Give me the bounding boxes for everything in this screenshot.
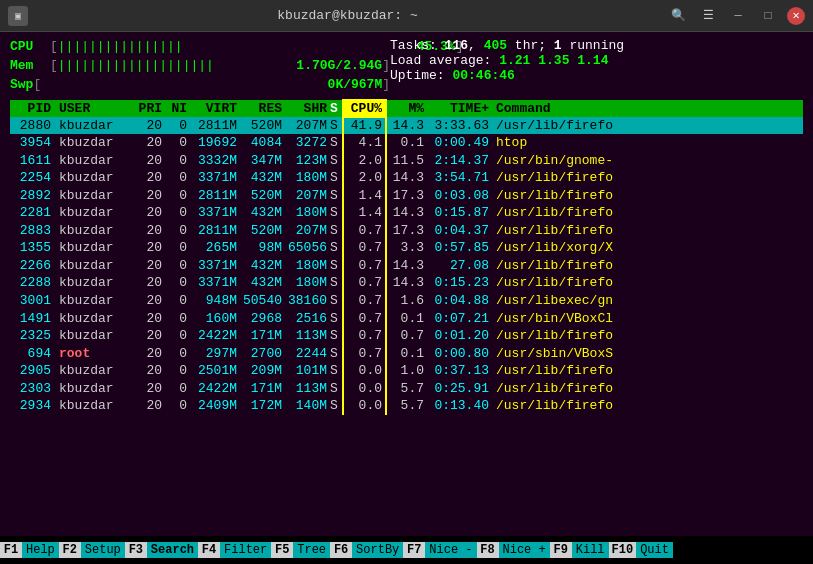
header-cpu[interactable]: CPU% [342, 99, 387, 118]
cell-virt: 297M [190, 345, 240, 363]
cell-virt: 3371M [190, 257, 240, 275]
cell-cpu: 0.7 [342, 292, 387, 310]
cell-time: 0:04.37 [427, 222, 492, 240]
table-row[interactable]: 2266 kbuzdar 20 0 3371M 432M 180M S 0.7 … [10, 257, 803, 275]
header-user: USER [55, 101, 135, 116]
table-row[interactable]: 1355 kbuzdar 20 0 265M 98M 65056 S 0.7 3… [10, 239, 803, 257]
fkey-f7[interactable]: F7Nice - [403, 542, 476, 558]
cell-cmd: htop [492, 134, 803, 152]
table-row[interactable]: 3001 kbuzdar 20 0 948M 50540 38160 S 0.7… [10, 292, 803, 310]
cell-cmd: /usr/lib/firefo [492, 187, 803, 205]
fkey-num-8: F9 [550, 542, 572, 558]
cell-time: 3:33.63 [427, 117, 492, 135]
cell-s: S [330, 169, 342, 187]
cell-time: 0:37.13 [427, 362, 492, 380]
cell-res: 432M [240, 169, 285, 187]
cell-ni: 0 [165, 327, 190, 345]
mem-val: 1.70G/2.94G [296, 57, 382, 75]
cell-mem: 14.3 [387, 274, 427, 292]
cell-shr: 180M [285, 204, 330, 222]
cell-s: S [330, 117, 342, 135]
cell-ni: 0 [165, 134, 190, 152]
cell-pri: 20 [135, 187, 165, 205]
cell-user: kbuzdar [55, 152, 135, 170]
table-row[interactable]: 2880 kbuzdar 20 0 2811M 520M 207M S 41.9… [10, 117, 803, 135]
cell-pid: 694 [10, 345, 55, 363]
table-row[interactable]: 3954 kbuzdar 20 0 19692 4084 3272 S 4.1 … [10, 134, 803, 152]
cell-cmd: /usr/lib/firefo [492, 327, 803, 345]
cell-ni: 0 [165, 310, 190, 328]
fkey-num-6: F7 [403, 542, 425, 558]
cell-time: 0:15.23 [427, 274, 492, 292]
cell-ni: 0 [165, 222, 190, 240]
cell-res: 171M [240, 327, 285, 345]
cell-res: 432M [240, 204, 285, 222]
cell-cpu: 0.7 [342, 345, 387, 363]
cell-cpu: 4.1 [342, 134, 387, 152]
cell-mem: 1.6 [387, 292, 427, 310]
table-row[interactable]: 2254 kbuzdar 20 0 3371M 432M 180M S 2.0 … [10, 169, 803, 187]
fkey-label-3: Filter [220, 542, 271, 558]
cell-shr: 207M [285, 117, 330, 135]
fkey-f9[interactable]: F9Kill [550, 542, 609, 558]
process-list: 2880 kbuzdar 20 0 2811M 520M 207M S 41.9… [10, 117, 803, 415]
minimize-button[interactable]: ─ [727, 5, 749, 27]
fkey-f10[interactable]: F10Quit [609, 542, 673, 558]
cell-pid: 2880 [10, 117, 55, 135]
cell-shr: 2516 [285, 310, 330, 328]
cell-cmd: /usr/lib/firefo [492, 222, 803, 240]
cell-shr: 2244 [285, 345, 330, 363]
fkey-f2[interactable]: F2Setup [59, 542, 125, 558]
cell-user: kbuzdar [55, 169, 135, 187]
cell-virt: 2422M [190, 327, 240, 345]
titlebar: ▣ kbuzdar@kbuzdar: ~ 🔍 ☰ ─ □ ✕ [0, 0, 813, 32]
fkey-f5[interactable]: F5Tree [271, 542, 330, 558]
search-button[interactable]: 🔍 [667, 5, 689, 27]
cell-cmd: /usr/lib/firefo [492, 274, 803, 292]
cell-time: 0:07.21 [427, 310, 492, 328]
close-button[interactable]: ✕ [787, 7, 805, 25]
table-row[interactable]: 2905 kbuzdar 20 0 2501M 209M 101M S 0.0 … [10, 362, 803, 380]
cell-pid: 2303 [10, 380, 55, 398]
cell-s: S [330, 292, 342, 310]
fkey-label-7: Nice + [499, 542, 550, 558]
mem-label: Mem [10, 57, 50, 75]
table-row[interactable]: 2303 kbuzdar 20 0 2422M 171M 113M S 0.0 … [10, 380, 803, 398]
table-row[interactable]: 1611 kbuzdar 20 0 3332M 347M 123M S 2.0 … [10, 152, 803, 170]
window-title: kbuzdar@kbuzdar: ~ [277, 8, 417, 23]
cell-res: 2968 [240, 310, 285, 328]
cell-virt: 160M [190, 310, 240, 328]
cell-shr: 65056 [285, 239, 330, 257]
table-row[interactable]: 2934 kbuzdar 20 0 2409M 172M 140M S 0.0 … [10, 397, 803, 415]
table-row[interactable]: 694 root 20 0 297M 2700 2244 S 0.7 0.1 0… [10, 345, 803, 363]
table-row[interactable]: 2281 kbuzdar 20 0 3371M 432M 180M S 1.4 … [10, 204, 803, 222]
cell-shr: 180M [285, 169, 330, 187]
maximize-button[interactable]: □ [757, 5, 779, 27]
cell-user: kbuzdar [55, 187, 135, 205]
menu-button[interactable]: ☰ [697, 5, 719, 27]
fkey-f4[interactable]: F4Filter [198, 542, 271, 558]
table-row[interactable]: 2325 kbuzdar 20 0 2422M 171M 113M S 0.7 … [10, 327, 803, 345]
fkey-label-8: Kill [572, 542, 609, 558]
window-controls: 🔍 ☰ ─ □ ✕ [667, 5, 805, 27]
table-row[interactable]: 1491 kbuzdar 20 0 160M 2968 2516 S 0.7 0… [10, 310, 803, 328]
cell-cpu: 0.7 [342, 239, 387, 257]
cell-cmd: /usr/lib/firefo [492, 380, 803, 398]
cell-time: 0:00.80 [427, 345, 492, 363]
table-row[interactable]: 2883 kbuzdar 20 0 2811M 520M 207M S 0.7 … [10, 222, 803, 240]
fkey-f6[interactable]: F6SortBy [330, 542, 403, 558]
cell-mem: 0.1 [387, 310, 427, 328]
fkey-f3[interactable]: F3Search [125, 542, 198, 558]
cell-res: 347M [240, 152, 285, 170]
table-row[interactable]: 2892 kbuzdar 20 0 2811M 520M 207M S 1.4 … [10, 187, 803, 205]
cell-cpu: 2.0 [342, 169, 387, 187]
mem-row: Mem [ |||||||||||||||||||| 1.70G/2.94G ] [10, 57, 390, 75]
cell-s: S [330, 152, 342, 170]
cell-user: kbuzdar [55, 362, 135, 380]
fkey-f1[interactable]: F1Help [0, 542, 59, 558]
table-row[interactable]: 2288 kbuzdar 20 0 3371M 432M 180M S 0.7 … [10, 274, 803, 292]
fkey-f8[interactable]: F8Nice + [477, 542, 550, 558]
cell-ni: 0 [165, 345, 190, 363]
table-header: PID USER PRI NI VIRT RES SHR S CPU% M% T… [10, 100, 803, 117]
cell-cmd: /usr/lib/xorg/X [492, 239, 803, 257]
